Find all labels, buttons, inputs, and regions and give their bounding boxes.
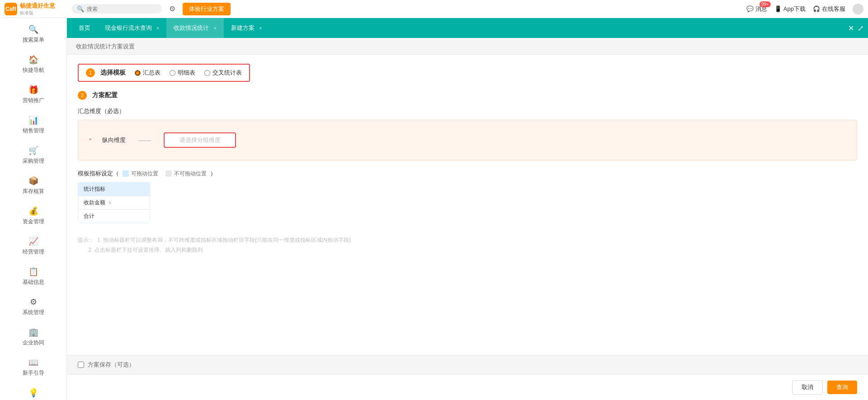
logo-badge: 标准版 xyxy=(20,10,55,16)
radio-summary-input[interactable] xyxy=(135,70,141,76)
sidebar-item-label: 采购管理 xyxy=(23,157,44,165)
purchase-icon: 🛒 xyxy=(28,146,38,155)
step1-num: 1 xyxy=(86,68,95,77)
legend-drag-label: 可拖动位置 xyxy=(131,170,158,178)
settings-icon[interactable]: ⚙ xyxy=(169,5,175,13)
tab-bank-close[interactable]: × xyxy=(156,25,159,31)
logo-icon: CaR xyxy=(5,3,17,15)
sidebar-item-purchase[interactable]: 🛒 采购管理 xyxy=(0,139,66,169)
cancel-button[interactable]: 取消 xyxy=(792,380,823,395)
nav-icon: 🏠 xyxy=(28,55,38,65)
sidebar-item-system[interactable]: ⚙ 系统管理 xyxy=(0,291,66,321)
indicator-row-total: 合计 xyxy=(78,209,150,223)
sidebar-item-label: 新手引导 xyxy=(23,369,44,377)
radio-detail-label: 明细表 xyxy=(178,69,195,77)
step2-num: 2 xyxy=(78,91,87,100)
search-icon: 🔍 xyxy=(28,24,38,34)
radio-detail-input[interactable] xyxy=(170,70,175,76)
nav-expand-button[interactable]: ⤢ xyxy=(858,24,863,33)
dimension-title: 汇总维度（必选） xyxy=(78,107,857,115)
service-button[interactable]: 🎧 在线客服 xyxy=(813,5,845,13)
indicator-table: 统计指标 收款金额 ∨ 合计 xyxy=(78,182,150,223)
nav-tabs: 首页 现金银行流水查询 × 收款情况统计 × 新建方案 × ✕ ⤢ xyxy=(67,18,868,38)
indicator-row-amount[interactable]: 收款金额 ∨ xyxy=(78,196,150,209)
tab-bank[interactable]: 现金银行流水查询 × xyxy=(98,18,166,38)
drag-dot xyxy=(123,170,129,177)
service-label: 在线客服 xyxy=(822,5,845,13)
sidebar-item-guide[interactable]: 📖 新手引导 xyxy=(0,351,66,381)
tab-collection[interactable]: 收款情况统计 × xyxy=(166,18,223,38)
sidebar-item-label: 搜索菜单 xyxy=(23,36,44,44)
sidebar-item-label: 经营管理 xyxy=(23,248,44,256)
sidebar-item-label: 资金管理 xyxy=(23,218,44,226)
sidebar-item-business[interactable]: 📈 经营管理 xyxy=(0,230,66,260)
save-checkbox[interactable] xyxy=(78,362,84,368)
dim-select[interactable]: 请选择分组维度 xyxy=(164,132,236,148)
step1-options: 汇总表 明细表 交叉统计表 xyxy=(135,69,242,77)
search-input[interactable] xyxy=(87,6,155,12)
arrow-icon: —— xyxy=(138,136,151,144)
nodrag-dot xyxy=(165,170,172,177)
indicator-table-header: 统计指标 xyxy=(78,183,150,196)
sidebar-item-marketing[interactable]: 🎁 营销推广 xyxy=(0,79,66,109)
guide-icon: 📖 xyxy=(28,358,38,367)
sidebar: 🔍 搜索菜单 🏠 快捷导航 🎁 营销推广 📊 销售管理 🛒 采购管理 📦 库存核… xyxy=(0,18,67,400)
chevron-down-icon[interactable]: ∨ xyxy=(108,200,112,206)
step2-title-row: 2 方案配置 xyxy=(78,91,857,100)
download-label: App下载 xyxy=(783,5,806,13)
legend-nodrag-label: 不可拖动位置 xyxy=(174,170,207,178)
tab-home[interactable]: 首页 xyxy=(71,18,98,38)
download-button[interactable]: 📱 App下载 xyxy=(774,5,806,13)
save-row: 方案保存（可选） xyxy=(67,355,868,374)
download-icon: 📱 xyxy=(774,5,782,12)
tab-new-plan[interactable]: 新建方案 × xyxy=(224,18,269,38)
indicator-legend: 可拖动位置 不可拖动位置 xyxy=(123,170,207,178)
page-content: 收款情况统计方案设置 1 选择模板 汇总表 xyxy=(67,38,868,374)
step2-label: 方案配置 xyxy=(92,91,118,99)
sidebar-item-finance[interactable]: 💰 资金管理 xyxy=(0,200,66,230)
dimension-section: 汇总维度（必选） * 纵向维度 —— 请选择分组维度 xyxy=(78,107,857,160)
business-icon: 📈 xyxy=(28,236,38,246)
radio-summary[interactable]: 汇总表 xyxy=(135,69,160,77)
sidebar-item-sales[interactable]: 📊 销售管理 xyxy=(0,109,66,139)
indicator-title-row: 模板指标设定（ 可拖动位置 不可拖动位置 xyxy=(78,169,857,178)
logo-text: 畅捷通好生意 xyxy=(20,2,55,10)
service-icon: 🎧 xyxy=(813,5,820,12)
message-button[interactable]: 💬 消息 99+ xyxy=(746,5,767,13)
tab-new-plan-label: 新建方案 xyxy=(231,24,255,32)
query-button[interactable]: 查询 xyxy=(827,381,857,394)
step1-label: 选择模板 xyxy=(100,69,126,77)
sidebar-item-basic[interactable]: 📋 基础信息 xyxy=(0,260,66,291)
tip1-text: 提示： 1. 拖动标题栏可以调整布局，不可跨维度或指标区域拖动栏目字段(只能在同… xyxy=(78,235,857,245)
search-wrap: 🔍 xyxy=(71,4,162,14)
tab-home-label: 首页 xyxy=(79,24,90,32)
sidebar-item-search[interactable]: 🔍 搜索菜单 xyxy=(0,18,66,48)
message-badge: 99+ xyxy=(760,1,771,7)
radio-cross[interactable]: 交叉统计表 xyxy=(204,69,242,77)
sidebar-item-nav[interactable]: 🏠 快捷导航 xyxy=(0,48,66,79)
user-avatar[interactable] xyxy=(853,4,863,14)
tab-collection-label: 收款情况统计 xyxy=(174,24,209,32)
tab-new-plan-close[interactable]: × xyxy=(259,25,262,31)
sales-icon: 📊 xyxy=(28,115,38,125)
inventory-icon: 📦 xyxy=(28,176,38,186)
bottom-bar: 取消 查询 xyxy=(67,374,868,400)
radio-detail[interactable]: 明细表 xyxy=(170,69,195,77)
trial-button[interactable]: 体验行业方案 xyxy=(183,3,231,15)
radio-cross-input[interactable] xyxy=(204,70,210,76)
indicator-section: 模板指标设定（ 可拖动位置 不可拖动位置 xyxy=(78,169,857,225)
nav-close-button[interactable]: ✕ xyxy=(848,24,854,33)
dimension-area: * 纵向维度 —— 请选择分组维度 xyxy=(78,120,857,160)
sidebar-item-hardware[interactable]: 💡 智能硬件 xyxy=(0,381,66,400)
sidebar-item-label: 基础信息 xyxy=(23,278,44,286)
sidebar-item-label: 企业协同 xyxy=(23,339,44,347)
sidebar-item-inventory[interactable]: 📦 库存核算 xyxy=(0,169,66,200)
tab-collection-close[interactable]: × xyxy=(213,25,216,31)
sidebar-item-enterprise[interactable]: 🏢 企业协同 xyxy=(0,321,66,351)
page-header: 收款情况统计方案设置 xyxy=(67,38,868,55)
step1-row: 1 选择模板 汇总表 明细表 xyxy=(78,64,857,82)
sidebar-item-label: 销售管理 xyxy=(23,127,44,135)
enterprise-icon: 🏢 xyxy=(28,327,38,337)
logo-area: CaR 畅捷通好生意 标准版 xyxy=(5,2,71,16)
marketing-icon: 🎁 xyxy=(28,85,38,95)
